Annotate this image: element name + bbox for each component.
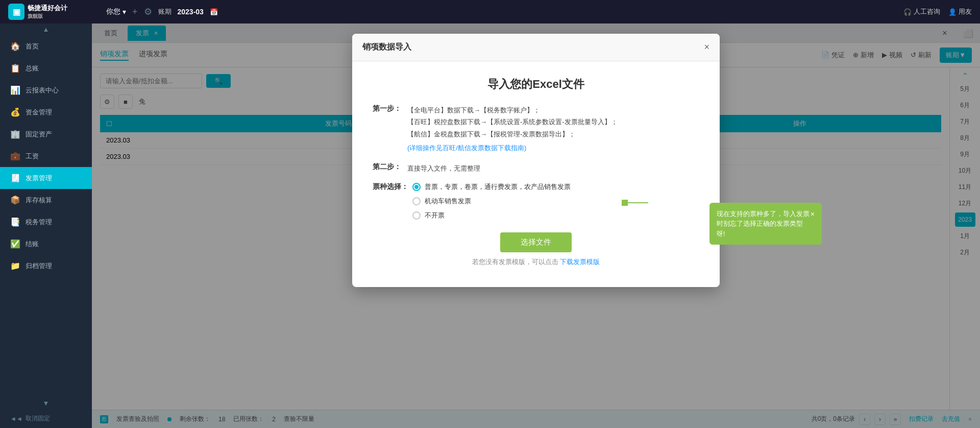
sidebar-item-checkout[interactable]: ✅ 结账 bbox=[0, 233, 92, 255]
tooltip-line bbox=[628, 202, 648, 203]
support-button[interactable]: 🎧 人工咨询 bbox=[903, 7, 940, 16]
ticket-label: 票种选择： bbox=[373, 182, 408, 192]
sidebar-label-reports: 云报表中心 bbox=[26, 86, 59, 95]
step1-line2: 【百旺】税控盘数据下载→【系统设置-系统参数设置-发票批量导入】； bbox=[407, 116, 618, 128]
sidebar-item-salary[interactable]: 💼 工资 bbox=[0, 145, 92, 167]
radio-option-3[interactable]: 不开票 bbox=[412, 211, 571, 220]
salary-icon: 💼 bbox=[10, 151, 20, 161]
user-label: 用友 bbox=[959, 7, 972, 16]
funds-icon: 💰 bbox=[10, 107, 20, 117]
download-template-link[interactable]: 下载发票模版 bbox=[560, 258, 600, 266]
dialog-footer: 若您没有发票模版，可以点击 下载发票模版 bbox=[373, 257, 699, 277]
sidebar-item-funds[interactable]: 💰 资金管理 bbox=[0, 101, 92, 123]
radio-inner-1 bbox=[414, 185, 419, 189]
sidebar-label-checkout: 结账 bbox=[26, 240, 39, 249]
inventory-icon: 📦 bbox=[10, 195, 20, 205]
main-layout: ▲ 🏠 首页 📋 总账 📊 云报表中心 💰 资金管理 🏢 固定资产 bbox=[0, 23, 980, 428]
user-icon: 👤 bbox=[948, 8, 957, 16]
sidebar-item-ledger[interactable]: 📋 总账 bbox=[0, 57, 92, 79]
sidebar-label-tax: 税务管理 bbox=[26, 218, 52, 227]
support-label: 人工咨询 bbox=[914, 7, 940, 16]
step1-line3: 【航信】金税盘数据下载→【报税管理-发票数据导出】； bbox=[407, 128, 618, 140]
sidebar-item-home[interactable]: 🏠 首页 bbox=[0, 35, 92, 57]
user-menu[interactable]: 👤 用友 bbox=[948, 7, 972, 16]
sidebar-item-assets[interactable]: 🏢 固定资产 bbox=[0, 123, 92, 145]
guide-link[interactable]: (详细操作见百旺/航信发票数据下载指南) bbox=[407, 144, 526, 152]
invoice-icon: 🧾 bbox=[10, 173, 20, 183]
unpin-label: 取消固定 bbox=[26, 414, 50, 423]
add-button[interactable]: + bbox=[132, 7, 138, 17]
import-dialog: 销项数据导入 × 导入您的Excel文件 第一步： 【全电平台】数据下载→【税务… bbox=[352, 34, 720, 287]
dialog-main-title: 导入您的Excel文件 bbox=[373, 77, 699, 92]
step1-line1: 【全电平台】数据下载→【税务数字账户】； bbox=[407, 104, 618, 116]
headphone-icon: 🎧 bbox=[903, 8, 912, 16]
radio-option-1[interactable]: 普票，专票，卷票，通行费发票，农产品销售发票 bbox=[412, 182, 571, 192]
sidebar-label-inventory: 库存核算 bbox=[26, 196, 52, 205]
sidebar-item-inventory[interactable]: 📦 库存核算 bbox=[0, 189, 92, 211]
step2-label: 第二步： bbox=[373, 162, 403, 172]
sidebar-label-invoice: 发票管理 bbox=[26, 174, 52, 183]
radio-label-3: 不开票 bbox=[425, 211, 445, 220]
topbar-right: 🎧 人工咨询 👤 用友 bbox=[903, 7, 972, 16]
sidebar-item-archive[interactable]: 📁 归档管理 bbox=[0, 255, 92, 277]
unpin-icon: ◄◄ bbox=[10, 415, 22, 422]
sidebar-scroll-up[interactable]: ▲ bbox=[0, 23, 92, 35]
archive-icon: 📁 bbox=[10, 261, 20, 271]
sidebar-label-funds: 资金管理 bbox=[26, 108, 52, 117]
logo-sub: 旗舰版 bbox=[28, 13, 67, 20]
topbar: ▣ 畅捷通好会计 旗舰版 你您 ▾ + ⚙ 账期 2023-03 📅 🎧 人工咨… bbox=[0, 0, 980, 23]
footer-text: 若您没有发票模版，可以点击 bbox=[472, 258, 558, 266]
step2: 第二步： 直接导入文件，无需整理 bbox=[373, 162, 699, 174]
dropdown-icon: ▾ bbox=[122, 8, 126, 16]
reports-icon: 📊 bbox=[10, 85, 20, 95]
unpin-button[interactable]: ◄◄ 取消固定 bbox=[0, 409, 92, 428]
tax-icon: 📑 bbox=[10, 217, 20, 227]
radio-option-2[interactable]: 机动车销售发票 bbox=[412, 197, 571, 206]
assets-icon: 🏢 bbox=[10, 129, 20, 139]
logo-text: 畅捷通好会计 bbox=[28, 4, 67, 13]
ticket-options: 普票，专票，卷票，通行费发票，农产品销售发票 机动车销售发票 bbox=[412, 182, 571, 220]
content-area: × ⬜ 首页 发票 × 销项发票 进项发票 bbox=[92, 23, 980, 428]
company-selector[interactable]: 你您 ▾ bbox=[106, 7, 126, 16]
company-name: 你您 bbox=[106, 7, 120, 16]
settings-icon[interactable]: ⚙ bbox=[144, 6, 152, 17]
tooltip-close-btn[interactable]: × bbox=[811, 209, 815, 220]
dialog-close-button[interactable]: × bbox=[704, 42, 709, 53]
sidebar-label-salary: 工资 bbox=[26, 152, 39, 161]
select-file-button[interactable]: 选择文件 bbox=[500, 232, 572, 252]
sidebar-label-archive: 归档管理 bbox=[26, 261, 52, 271]
tooltip-text: 现在支持的票种多了，导入发票时别忘了选择正确的发票类型呀! bbox=[717, 210, 810, 237]
radio-circle-3 bbox=[412, 211, 421, 220]
ledger-icon: 📋 bbox=[10, 63, 20, 73]
sidebar: ▲ 🏠 首页 📋 总账 📊 云报表中心 💰 资金管理 🏢 固定资产 bbox=[0, 23, 92, 428]
radio-circle-2 bbox=[412, 197, 421, 205]
step2-content: 直接导入文件，无需整理 bbox=[407, 162, 480, 174]
period-value: 2023-03 bbox=[178, 8, 204, 16]
sidebar-item-tax[interactable]: 📑 税务管理 bbox=[0, 211, 92, 233]
radio-label-1: 普票，专票，卷票，通行费发票，农产品销售发票 bbox=[425, 182, 571, 192]
logo: ▣ 畅捷通好会计 旗舰版 bbox=[8, 4, 100, 20]
period-label: 账期 bbox=[158, 7, 172, 16]
sidebar-scroll: 🏠 首页 📋 总账 📊 云报表中心 💰 资金管理 🏢 固定资产 💼 工资 bbox=[0, 35, 92, 397]
step1: 第一步： 【全电平台】数据下载→【税务数字账户】； 【百旺】税控盘数据下载→【系… bbox=[373, 104, 699, 154]
tooltip-bubble: × 现在支持的票种多了，导入发票时别忘了选择正确的发票类型呀! bbox=[709, 203, 822, 245]
select-file-container: 选择文件 bbox=[373, 232, 699, 252]
sidebar-label-home: 首页 bbox=[26, 42, 39, 51]
calendar-icon[interactable]: 📅 bbox=[210, 8, 218, 16]
tooltip-dot bbox=[622, 200, 628, 206]
logo-icon: ▣ bbox=[8, 4, 24, 20]
step1-content: 【全电平台】数据下载→【税务数字账户】； 【百旺】税控盘数据下载→【系统设置-系… bbox=[407, 104, 618, 154]
sidebar-label-ledger: 总账 bbox=[26, 64, 39, 73]
sidebar-scroll-down[interactable]: ▼ bbox=[0, 397, 92, 409]
checkout-icon: ✅ bbox=[10, 239, 20, 249]
sidebar-item-reports[interactable]: 📊 云报表中心 bbox=[0, 79, 92, 101]
dialog-body: 导入您的Excel文件 第一步： 【全电平台】数据下载→【税务数字账户】； 【百… bbox=[352, 61, 720, 287]
radio-label-2: 机动车销售发票 bbox=[425, 197, 471, 206]
radio-circle-1 bbox=[412, 183, 421, 191]
sidebar-item-invoice[interactable]: 🧾 发票管理 bbox=[0, 167, 92, 189]
step1-label: 第一步： bbox=[373, 104, 403, 113]
dialog-title: 销项数据导入 bbox=[362, 42, 411, 53]
dialog-header: 销项数据导入 × bbox=[352, 34, 720, 61]
ticket-choice: 票种选择： 普票，专票，卷票，通行费发票，农产品销售发票 bbox=[373, 182, 699, 220]
overlay: 销项数据导入 × 导入您的Excel文件 第一步： 【全电平台】数据下载→【税务… bbox=[92, 23, 980, 428]
